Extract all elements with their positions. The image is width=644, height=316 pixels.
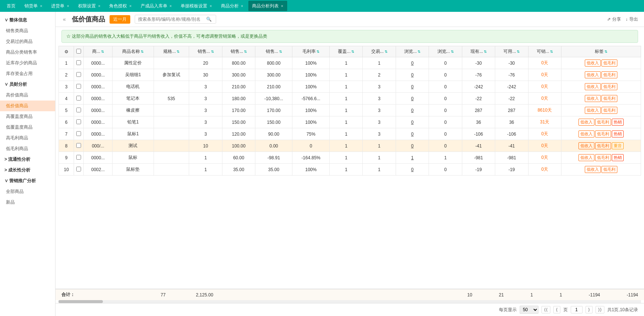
row-checkbox[interactable] — [74, 69, 84, 81]
row-checkbox[interactable] — [74, 81, 84, 93]
col-transaction[interactable]: 交易...⇅ — [363, 46, 396, 57]
col-checkbox[interactable] — [74, 46, 84, 57]
row-checkbox[interactable] — [74, 116, 84, 128]
browse1-val[interactable]: 1 — [411, 155, 414, 160]
col-sales-cost[interactable]: 销售...⇅ — [255, 46, 292, 57]
nav-permissions[interactable]: 权限设置 × — [74, 1, 104, 11]
row-checkbox[interactable] — [74, 152, 84, 164]
page-number-input[interactable] — [571, 306, 583, 313]
nav-home[interactable]: 首页 — [3, 1, 19, 11]
sidebar-item-inventory-capital[interactable]: 库存资金占用 — [0, 68, 55, 79]
col-coverage[interactable]: 覆盖...⇅ — [330, 46, 363, 57]
nav-close-analysis-list[interactable]: × — [281, 4, 283, 8]
col-name[interactable]: 商品名称⇅ — [113, 46, 154, 57]
row-sales-amt: 210.00 — [222, 81, 255, 93]
next-page-btn[interactable]: ⟩ — [586, 306, 593, 313]
sidebar-item-category-sales-rate[interactable]: 商品分类销售率 — [0, 47, 55, 58]
col-sales-amt[interactable]: 销售...⇅ — [222, 46, 255, 57]
search-input[interactable] — [138, 17, 205, 22]
col-margin[interactable]: 毛利率⇅ — [292, 46, 330, 57]
nav-close-analysis[interactable]: × — [241, 4, 243, 8]
row-select-checkbox[interactable] — [76, 143, 81, 148]
nav-close-receipt[interactable]: × — [170, 4, 172, 8]
row-select-checkbox[interactable] — [76, 84, 81, 89]
nav-close-role[interactable]: × — [129, 4, 131, 8]
col-tags[interactable]: 标签⇅ — [561, 46, 641, 57]
row-checkbox[interactable] — [74, 57, 84, 69]
row-checkbox[interactable] — [74, 128, 84, 140]
sidebar-item-low-coverage[interactable]: 低覆盖度商品 — [0, 122, 55, 133]
horizontal-scrollbar[interactable] — [58, 300, 641, 303]
sidebar-item-high-coverage[interactable]: 高覆盖度商品 — [0, 111, 55, 122]
sidebar-group-overall[interactable]: ∨ 整体信息 — [0, 15, 55, 26]
first-page-btn[interactable]: ⟨⟨ — [541, 306, 550, 313]
nav-sales-order[interactable]: 销货单 × — [21, 1, 46, 11]
sidebar-group-marketing[interactable]: ∨ 营销推广分析 — [0, 176, 55, 186]
nav-close-template[interactable]: × — [209, 4, 212, 8]
sidebar-item-low-stock[interactable]: 近库存少的商品 — [0, 58, 55, 68]
row-num: 1 — [59, 57, 74, 69]
browse1-val[interactable]: 0 — [411, 143, 414, 149]
page-size-select[interactable]: 50 100 200 — [520, 306, 539, 314]
sidebar-item-high-value[interactable]: 高价值商品 — [0, 90, 55, 101]
col-saleable[interactable]: 可销...⇅ — [528, 46, 561, 57]
sidebar-group-finance[interactable]: ∨ 员财分析 — [0, 79, 55, 90]
row-select-checkbox[interactable] — [76, 72, 81, 77]
sidebar-item-new-products[interactable]: 新品 — [0, 197, 55, 208]
browse1-val[interactable]: 0 — [411, 84, 414, 89]
export-btn[interactable]: ↓ 导出 — [625, 16, 638, 23]
nav-close-purchase[interactable]: × — [67, 4, 69, 8]
browse1-val[interactable]: 0 — [411, 61, 414, 66]
scrollbar-thumb[interactable] — [58, 300, 103, 303]
sidebar-item-all-products[interactable]: 全部商品 — [0, 186, 55, 197]
row-select-checkbox[interactable] — [76, 131, 81, 136]
nav-purchase-order[interactable]: 进货单 × — [47, 1, 73, 11]
select-all-checkbox[interactable] — [76, 49, 81, 54]
search-icon[interactable]: 🔍 — [206, 17, 212, 22]
browse1-val[interactable]: 0 — [411, 72, 414, 78]
prev-page-btn[interactable]: ⟨ — [553, 306, 560, 313]
collapse-sidebar-btn[interactable]: « — [61, 16, 67, 23]
last-page-btn[interactable]: ⟩⟩ — [596, 306, 604, 313]
sidebar-item-high-margin[interactable]: 高毛利商品 — [0, 133, 55, 143]
nav-close-permissions[interactable]: × — [98, 4, 100, 8]
sidebar-item-low-value[interactable]: 低价值商品 — [0, 101, 55, 111]
nav-product-analysis[interactable]: 商品分析 × — [217, 1, 247, 11]
col-code[interactable]: 商...⇅ — [84, 46, 113, 57]
row-checkbox[interactable] — [74, 164, 84, 176]
row-select-checkbox[interactable] — [76, 96, 81, 101]
browse1-val[interactable]: 0 — [411, 120, 414, 125]
row-select-checkbox[interactable] — [76, 155, 81, 160]
col-available[interactable]: 可用...⇅ — [495, 46, 528, 57]
nav-role-auth[interactable]: 角色授权 × — [105, 1, 135, 11]
browse1-val[interactable]: 0 — [411, 167, 414, 172]
sidebar-item-sales-products[interactable]: 销售类商品 — [0, 26, 55, 36]
filter-period-btn[interactable]: 近一月 — [110, 15, 130, 24]
row-checkbox[interactable] — [74, 140, 84, 152]
share-btn[interactable]: ⇗ 分享 — [607, 16, 621, 23]
row-select-checkbox[interactable] — [76, 108, 81, 112]
col-settings[interactable]: ⚙ — [59, 46, 74, 57]
col-current[interactable]: 现有...⇅ — [462, 46, 495, 57]
row-select-checkbox[interactable] — [76, 60, 81, 65]
nav-template-settings[interactable]: 单据模板设置 × — [177, 1, 215, 11]
sidebar-item-low-margin[interactable]: 低毛利商品 — [0, 143, 55, 154]
sidebar-group-growth[interactable]: > 成长性分析 — [0, 165, 55, 176]
nav-product-receipt[interactable]: 产成品入库单 × — [137, 1, 175, 11]
col-spec[interactable]: 规格...⇅ — [154, 46, 189, 57]
sidebar-item-traded-products[interactable]: 交易过的商品 — [0, 36, 55, 47]
row-select-checkbox[interactable] — [76, 119, 81, 124]
row-checkbox[interactable] — [74, 105, 84, 116]
row-select-checkbox[interactable] — [76, 167, 81, 171]
col-browse2[interactable]: 浏览...⇅ — [429, 46, 462, 57]
tag-badge: 低收入 — [585, 83, 601, 90]
browse1-val[interactable]: 0 — [411, 108, 414, 113]
sidebar-group-flow[interactable]: > 流通性分析 — [0, 154, 55, 165]
col-sales-qty[interactable]: 销售...⇅ — [189, 46, 222, 57]
col-browse1[interactable]: 浏览...⇅ — [396, 46, 429, 57]
row-checkbox[interactable] — [74, 93, 84, 105]
browse1-val[interactable]: 0 — [411, 96, 414, 101]
nav-product-analysis-list[interactable]: 商品分析列表 × — [248, 1, 287, 11]
nav-close-sales-order[interactable]: × — [40, 4, 42, 8]
browse1-val[interactable]: 0 — [411, 132, 414, 137]
